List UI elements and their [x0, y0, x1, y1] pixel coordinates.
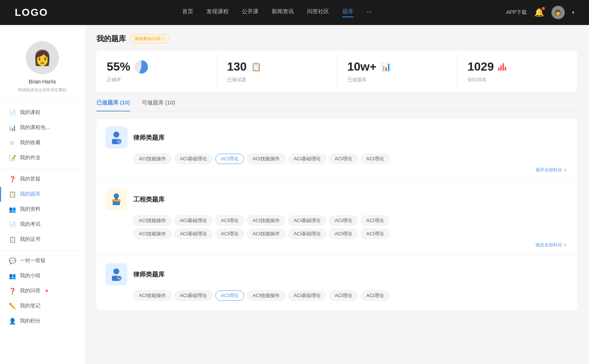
avatar: 👩 [26, 41, 59, 74]
bank-avatar [105, 188, 127, 210]
tag[interactable]: ACI技能操作 [133, 215, 172, 226]
chevron-down-icon[interactable]: ▾ [572, 10, 574, 15]
tab-available[interactable]: 可做题库 (10) [142, 99, 175, 111]
rank-value: 1029 [468, 60, 494, 74]
stat-banks-done: 10w+ 📊 已做题库 [337, 51, 458, 92]
tag[interactable]: ACI理论 [329, 229, 358, 239]
tag-active[interactable]: ACI理论 [215, 154, 244, 164]
tag[interactable]: ACI理论 [329, 215, 358, 226]
nav-question-bank[interactable]: 题库 [342, 8, 353, 17]
main-content: 我的题库 体验剩余23天！ 55% 正确率 130 📋 已做试题 [85, 25, 589, 364]
sidebar-item-points[interactable]: 👤 我的积分 [0, 314, 85, 329]
navigation: LOGO 首页 发现课程 公开课 新闻资讯 问答社区 题库 ··· APP下载 … [0, 0, 589, 25]
tab-done[interactable]: 已做题库 (10) [96, 99, 130, 111]
tag-active[interactable]: ACI理论 [215, 290, 244, 301]
tag[interactable]: ACI基础理论 [288, 229, 327, 239]
bank-tags: ACI技能操作 ACI基础理论 ACI理论 ACI技能操作 ACI基础理论 AC… [105, 215, 568, 226]
tag[interactable]: ACI基础理论 [288, 215, 327, 226]
sidebar-label: 一对一答疑 [20, 257, 46, 264]
sidebar-item-favorites[interactable]: ☆ 我的收藏 [0, 135, 85, 150]
sidebar-label: 我的资料 [20, 206, 40, 213]
sidebar-item-groups[interactable]: 👥 我的小组 [0, 268, 85, 283]
bank-icon: 📋 [9, 191, 15, 198]
tag[interactable]: ACI技能操作 [247, 154, 285, 164]
qa-notification-dot [46, 290, 48, 292]
sidebar-label: 我的证书 [20, 236, 40, 243]
tag[interactable]: ACI理论 [361, 215, 389, 226]
nav-qa[interactable]: 问答社区 [307, 8, 329, 17]
groups-icon: 👥 [9, 272, 15, 279]
expand-link[interactable]: 展开全部科目 ∨ [536, 167, 567, 172]
bank-tags: ACI技能操作 ACI基础理论 ACI理论 ACI技能操作 ACI基础理论 AC… [105, 154, 568, 164]
sidebar-item-certificates[interactable]: 📋 我的证书 [0, 232, 85, 247]
collapse-link[interactable]: 收起全部科目 ∧ [536, 242, 567, 247]
tag[interactable]: ACI基础理论 [288, 290, 327, 301]
star-icon: ☆ [9, 139, 15, 146]
sidebar-label: 我的课程 [20, 109, 40, 116]
tag[interactable]: ACI理论 [361, 290, 389, 301]
sidebar-item-qa[interactable]: ❓ 我的答疑 [0, 172, 85, 187]
app-download[interactable]: APP下载 [506, 9, 527, 16]
sidebar-item-question-bank[interactable]: 📋 我的题库 [0, 187, 85, 202]
stat-rank: 1029 全站排名 [457, 51, 577, 92]
svg-point-7 [113, 268, 119, 274]
tag[interactable]: ACI技能操作 [247, 215, 285, 226]
nav-open-course[interactable]: 公开课 [242, 8, 258, 17]
sidebar-item-course-packages[interactable]: 📊 我的课程包... [0, 120, 85, 135]
banks-done-value: 10w+ [348, 60, 377, 74]
accuracy-label: 正确率 [107, 76, 206, 83]
nav-discover[interactable]: 发现课程 [207, 8, 229, 17]
tag[interactable]: ACI理论 [215, 215, 244, 226]
sidebar-label: 我的收藏 [20, 139, 40, 146]
tag[interactable]: ACI理论 [361, 229, 389, 239]
user-avatar[interactable]: 👩 [551, 6, 565, 19]
tag[interactable]: ACI理论 [361, 154, 389, 164]
sidebar-label: 我的小组 [20, 272, 40, 279]
tag[interactable]: ACI基础理论 [288, 154, 327, 164]
svg-point-0 [113, 132, 119, 138]
nav-home[interactable]: 首页 [182, 8, 193, 17]
bank-title: 律师类题库 [133, 270, 165, 279]
divider [0, 102, 85, 102]
sidebar-item-my-qa[interactable]: ❓ 我的问答 [0, 283, 85, 299]
my-qa-icon: ❓ [9, 288, 15, 295]
list-icon: 📋 [251, 62, 261, 72]
bank-title: 工程类题库 [133, 195, 165, 204]
tag[interactable]: ACI理论 [215, 229, 244, 239]
stat-accuracy: 55% 正确率 [96, 51, 217, 92]
tag[interactable]: ACI技能操作 [133, 154, 172, 164]
tabs: 已做题库 (10) 可做题库 (10) [96, 99, 577, 112]
notification-bell[interactable]: 🔔 [534, 8, 544, 17]
exams-icon: 📄 [9, 221, 15, 228]
sidebar-label: 我的答疑 [20, 176, 40, 182]
packages-icon: 📊 [9, 124, 15, 131]
bank-title: 律师类题库 [133, 133, 165, 142]
tag[interactable]: ACI理论 [329, 290, 358, 301]
tag[interactable]: ACI技能操作 [133, 290, 172, 301]
tag[interactable]: ACI技能操作 [133, 229, 172, 239]
profile-section: 👩 Brian Harris 错误的决定比没有决定要好 [0, 34, 85, 99]
sidebar-item-notes[interactable]: ✏️ 我的笔记 [0, 299, 85, 314]
nav-right: APP下载 🔔 👩 ▾ [506, 6, 574, 19]
sidebar-item-tutoring[interactable]: 💬 一对一答疑 [0, 253, 85, 268]
tag[interactable]: ACI理论 [329, 154, 358, 164]
tag[interactable]: ACI基础理论 [174, 290, 213, 301]
page-layout: 👩 Brian Harris 错误的决定比没有决定要好 📄 我的课程 📊 我的课… [0, 25, 589, 364]
bank-tags-row2: ACI技能操作 ACI基础理论 ACI理论 ACI技能操作 ACI基础理论 AC… [105, 229, 568, 239]
points-icon: 👤 [9, 318, 15, 325]
tag[interactable]: ACI基础理论 [174, 154, 213, 164]
sidebar: 👩 Brian Harris 错误的决定比没有决定要好 📄 我的课程 📊 我的课… [0, 25, 85, 364]
sidebar-item-courses[interactable]: 📄 我的课程 [0, 105, 85, 120]
sidebar-item-exams[interactable]: 📄 我的考试 [0, 217, 85, 232]
nav-more[interactable]: ··· [367, 8, 372, 17]
sidebar-item-materials[interactable]: 👥 我的资料 [0, 202, 85, 217]
tag[interactable]: ACI基础理论 [174, 229, 213, 239]
questions-done-value: 130 [227, 60, 247, 74]
notes-icon: ✏️ [9, 303, 15, 310]
nav-news[interactable]: 新闻资讯 [272, 8, 294, 17]
divider [0, 168, 85, 169]
tag[interactable]: ACI技能操作 [247, 290, 285, 301]
tag[interactable]: ACI基础理论 [174, 215, 213, 226]
sidebar-item-homework[interactable]: 📝 我的作业 [0, 150, 85, 165]
tag[interactable]: ACI技能操作 [247, 229, 285, 239]
